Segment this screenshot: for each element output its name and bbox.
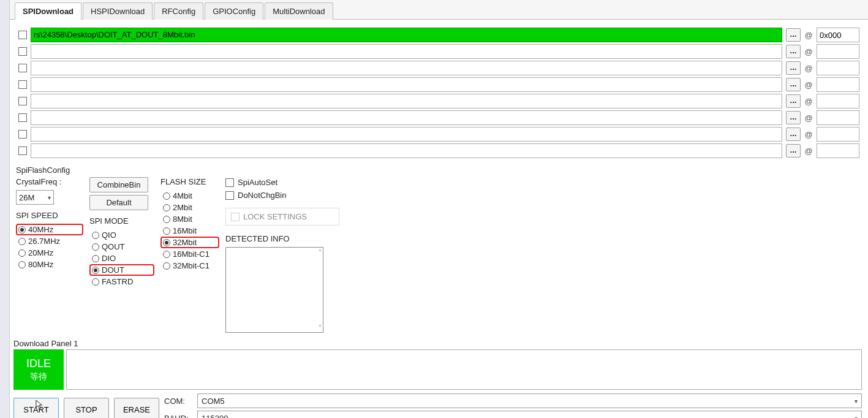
chevron-down-icon: ▾ xyxy=(48,194,51,201)
file-enable-checkbox[interactable] xyxy=(18,31,27,39)
address-input[interactable] xyxy=(817,28,859,42)
status-badge: IDLE 等待 xyxy=(13,349,64,390)
spi-speed-option-label: 26.7MHz xyxy=(28,237,60,246)
file-path-input[interactable]: rs\24358\Desktop\DOIT_AT_DOUT_8Mbit.bin xyxy=(31,28,782,42)
erase-button[interactable]: ERASE xyxy=(114,398,159,418)
radio-icon xyxy=(92,232,99,239)
at-symbol: @ xyxy=(804,80,813,89)
tab-hspidownload[interactable]: HSPIDownload xyxy=(83,2,153,20)
tab-multidownload[interactable]: MultiDownload xyxy=(265,2,333,20)
log-output xyxy=(66,349,862,390)
checkbox-icon xyxy=(225,191,234,200)
com-port-select[interactable]: COM5 ▾ xyxy=(197,393,862,408)
browse-button[interactable]: ... xyxy=(786,111,801,124)
flash-size-option[interactable]: 4Mbit xyxy=(160,190,219,202)
file-enable-checkbox[interactable] xyxy=(18,130,27,139)
file-enable-checkbox[interactable] xyxy=(18,47,27,56)
lock-settings-checkbox[interactable]: LOCK SETTINGS xyxy=(225,208,339,226)
detected-info-box: ˄ ˅ xyxy=(225,247,323,333)
spi-flash-config-panel: SpiFlashConfig CrystalFreq : 26M ▾ SPI S… xyxy=(13,164,862,333)
file-enable-checkbox[interactable] xyxy=(18,64,27,72)
spi-mode-option-label: DOUT xyxy=(102,265,124,275)
tab-spidownload[interactable]: SPIDownload xyxy=(15,2,81,20)
at-symbol: @ xyxy=(804,97,813,106)
at-symbol: @ xyxy=(804,146,813,156)
file-enable-checkbox[interactable] xyxy=(18,113,27,122)
download-panel: Download Panel 1 IDLE 等待 xyxy=(13,338,862,390)
browse-button[interactable]: ... xyxy=(786,45,801,58)
file-path-input[interactable] xyxy=(31,110,782,125)
radio-icon xyxy=(92,255,99,262)
browse-button[interactable]: ... xyxy=(786,144,801,158)
file-path-input[interactable] xyxy=(31,127,782,142)
file-row: ...@ xyxy=(18,60,859,76)
browse-button[interactable]: ... xyxy=(786,61,801,75)
chevron-down-icon: ▾ xyxy=(855,415,858,419)
spi-mode-option[interactable]: FASTRD xyxy=(89,276,154,287)
tab-gpioconfig[interactable]: GPIOConfig xyxy=(205,2,263,20)
flash-size-option-label: 16Mbit-C1 xyxy=(173,249,209,259)
browse-button[interactable]: ... xyxy=(786,78,801,91)
spi-speed-option-label: 20MHz xyxy=(28,248,53,257)
address-input[interactable] xyxy=(817,127,859,142)
flash-size-option-label: 4Mbit xyxy=(173,191,192,200)
file-enable-checkbox[interactable] xyxy=(18,146,27,155)
spi-speed-option[interactable]: 80MHz xyxy=(16,259,83,270)
baud-rate-select[interactable]: 115200 ▾ xyxy=(197,411,862,418)
spi-auto-set-checkbox[interactable]: SpiAutoSet xyxy=(225,177,348,188)
flash-size-option[interactable]: 16Mbit xyxy=(160,225,219,237)
flash-size-option[interactable]: 32Mbit xyxy=(160,237,219,248)
address-input[interactable] xyxy=(817,77,859,92)
file-path-input[interactable] xyxy=(31,94,782,108)
file-path-input[interactable] xyxy=(31,77,782,92)
flash-size-option[interactable]: 8Mbit xyxy=(160,213,219,225)
file-enable-checkbox[interactable] xyxy=(18,80,27,89)
crystal-freq-select[interactable]: 26M ▾ xyxy=(16,190,54,205)
do-not-chg-bin-checkbox[interactable]: DoNotChgBin xyxy=(225,190,348,200)
tab-rfconfig[interactable]: RFConfig xyxy=(154,2,203,20)
file-enable-checkbox[interactable] xyxy=(18,97,27,105)
flash-size-option[interactable]: 2Mbit xyxy=(160,202,219,213)
file-path-input[interactable] xyxy=(31,44,782,59)
browse-button[interactable]: ... xyxy=(786,127,801,141)
spi-speed-option[interactable]: 20MHz xyxy=(16,247,83,259)
spi-speed-option[interactable]: 40MHz xyxy=(16,224,83,235)
flash-size-option[interactable]: 16Mbit-C1 xyxy=(160,248,219,260)
start-button[interactable]: START xyxy=(13,398,59,418)
radio-icon xyxy=(18,261,26,268)
browse-button[interactable]: ... xyxy=(786,28,801,42)
spi-mode-option[interactable]: DOUT xyxy=(89,264,154,276)
spi-speed-option[interactable]: 26.7MHz xyxy=(16,235,83,247)
scroll-down-icon[interactable]: ˅ xyxy=(319,324,322,331)
spi-panel-title: SpiFlashConfig xyxy=(16,164,859,177)
spi-mode-option[interactable]: QIO xyxy=(89,229,154,241)
radio-icon xyxy=(163,216,170,223)
flash-size-option-label: 32Mbit-C1 xyxy=(173,261,209,270)
file-path-input[interactable] xyxy=(31,143,782,158)
scroll-up-icon[interactable]: ˄ xyxy=(319,249,322,256)
at-symbol: @ xyxy=(804,64,813,73)
spi-mode-option-label: DIO xyxy=(102,254,116,263)
spi-mode-option[interactable]: QOUT xyxy=(89,241,154,253)
browse-button[interactable]: ... xyxy=(786,94,801,108)
spi-mode-label: SPI MODE xyxy=(89,216,154,226)
flash-size-option-label: 2Mbit xyxy=(173,203,192,212)
tabstrip: SPIDownloadHSPIDownloadRFConfigGPIOConfi… xyxy=(10,0,868,20)
address-input[interactable] xyxy=(817,44,859,59)
spi-mode-option[interactable]: DIO xyxy=(89,253,154,264)
address-input[interactable] xyxy=(817,94,859,108)
address-input[interactable] xyxy=(817,143,859,158)
default-button[interactable]: Default xyxy=(89,195,148,210)
at-symbol: @ xyxy=(804,113,813,123)
flash-size-option-label: 8Mbit xyxy=(173,215,192,224)
address-input[interactable] xyxy=(817,110,859,125)
flash-size-option[interactable]: 32Mbit-C1 xyxy=(160,260,219,272)
address-input[interactable] xyxy=(817,61,859,75)
spi-mode-option-label: QIO xyxy=(102,230,116,240)
at-symbol: @ xyxy=(804,130,813,139)
combine-bin-button[interactable]: CombineBin xyxy=(89,177,148,192)
file-path-input[interactable] xyxy=(31,61,782,75)
control-bar: START STOP ERASE COM: COM5 ▾ BAUD: 11520… xyxy=(13,393,862,418)
radio-icon xyxy=(163,192,170,200)
stop-button[interactable]: STOP xyxy=(64,398,109,418)
